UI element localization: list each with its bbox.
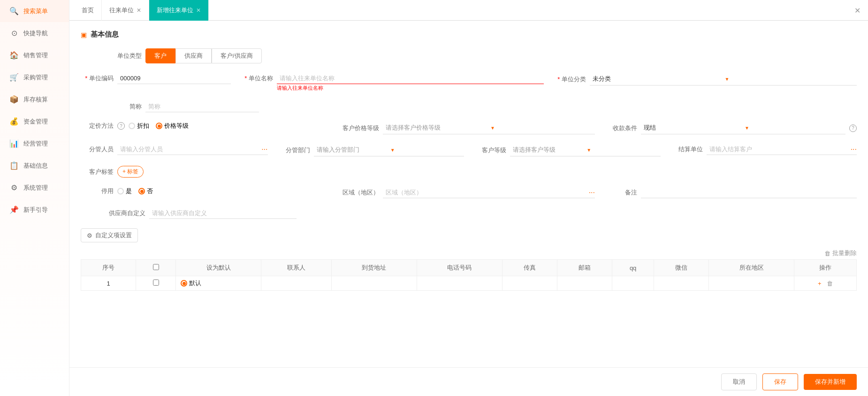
table-header-qq: qq (612, 260, 654, 276)
sidebar-item-finance[interactable]: 💰 资金管理 (0, 110, 69, 132)
pricing-radio-grade[interactable]: 价格等级 (156, 122, 189, 130)
customer-level-label: 客户等级 (473, 146, 506, 155)
supplier-custom-input[interactable] (149, 208, 297, 219)
sidebar-item-search[interactable]: 🔍 搜索菜单 (0, 0, 69, 22)
unit-name-field: 单位名称 (240, 73, 544, 84)
tab-new-partner-label: 新增往来单位 (157, 6, 193, 15)
close-all-tabs-button[interactable]: ✕ (854, 6, 860, 15)
row-checkbox[interactable] (153, 280, 159, 286)
customer-level-select[interactable]: 请选择客户等级 ▼ (510, 144, 661, 156)
table-header-contact: 联系人 (261, 260, 332, 276)
sidebar-item-basic-info[interactable]: 📋 基础信息 (0, 155, 69, 177)
custom-settings-button[interactable]: ⚙ 自定义项设置 (81, 228, 138, 242)
sidebar-item-sales-label: 销售管理 (23, 51, 48, 60)
dept-placeholder: 请输入分管部门 (317, 146, 388, 154)
add-tag-button[interactable]: + 标签 (117, 166, 144, 178)
select-all-checkbox[interactable] (153, 264, 159, 270)
default-radio[interactable]: 默认 (181, 279, 256, 287)
save-button[interactable]: 保存 (762, 373, 798, 390)
manager-input[interactable] (117, 144, 261, 155)
save-and-add-button[interactable]: 保存并新增 (804, 374, 857, 390)
payment-terms-value: 现结 (644, 124, 742, 132)
unit-type-both-button[interactable]: 客户/供应商 (212, 48, 262, 63)
sidebar-item-quicknav[interactable]: ⊙ 快捷导航 (0, 22, 69, 44)
disabled-field: 停用 是 否 (81, 187, 333, 195)
notes-input[interactable] (641, 187, 857, 198)
settle-unit-input-wrap: ··· (707, 144, 857, 155)
table-cell-qq (612, 276, 654, 291)
disabled-no-label: 否 (147, 187, 153, 195)
sidebar-item-system[interactable]: ⚙ 系统管理 (0, 177, 69, 199)
tab-home[interactable]: 首页 (74, 0, 102, 21)
disabled-yes-radio[interactable]: 是 (117, 187, 132, 195)
cancel-button[interactable]: 取消 (721, 373, 757, 390)
tab-new-partner[interactable]: 新增往来单位 ✕ (149, 0, 209, 21)
region-input[interactable] (383, 187, 589, 198)
sidebar-item-inventory[interactable]: 📦 库存核算 (0, 88, 69, 110)
unit-name-label: 单位名称 (240, 74, 273, 83)
unit-type-supplier-button[interactable]: 供应商 (175, 48, 212, 63)
sidebar-item-operations[interactable]: 📊 经营管理 (0, 132, 69, 155)
sidebar-item-basic-info-label: 基础信息 (23, 162, 48, 170)
sidebar-item-system-label: 系统管理 (23, 184, 48, 192)
unit-name-input[interactable] (277, 73, 544, 84)
table-cell-phone (417, 276, 502, 291)
table-header-region: 所在地区 (709, 260, 794, 276)
disabled-no-radio[interactable]: 否 (138, 187, 153, 195)
payment-terms-label: 收款条件 (604, 124, 637, 132)
disabled-yes-circle (117, 188, 124, 194)
unit-name-wrap: 单位名称 请输入往来单位名称 (240, 73, 544, 92)
batch-delete-button[interactable]: 🗑 批量删除 (824, 249, 857, 257)
payment-terms-select[interactable]: 现结 ▼ (641, 122, 845, 134)
purchase-icon: 🛒 (9, 73, 19, 82)
sales-icon: 🏠 (9, 51, 19, 60)
quicknav-icon: ⊙ (9, 29, 19, 38)
disabled-no-circle (138, 188, 145, 194)
main-area: 首页 往来单位 ✕ 新增往来单位 ✕ ✕ ▣ 基本信息 单位类型 客户 供应商 … (69, 0, 868, 396)
pricing-help-icon[interactable]: ? (117, 122, 125, 130)
contacts-table: 序号 设为默认 联系人 到货地址 电话号码 传真 邮箱 qq 微信 所在地区 操… (81, 259, 857, 291)
supplier-custom-row: 供应商自定义 (109, 208, 857, 219)
short-name-row: 简称 (109, 101, 857, 112)
sidebar-item-sales[interactable]: 🏠 销售管理 (0, 44, 69, 66)
customer-tag-row: 客户标签 + 标签 (81, 166, 857, 178)
settle-unit-input[interactable] (707, 144, 851, 155)
pricing-radio-discount[interactable]: 折扣 (129, 122, 149, 130)
payment-help-icon[interactable]: ? (849, 124, 857, 132)
tab-partners[interactable]: 往来单位 ✕ (102, 0, 149, 21)
sidebar-item-quicknav-label: 快捷导航 (23, 29, 48, 38)
table-header-wechat: 微信 (654, 260, 708, 276)
unit-class-select[interactable]: 未分类 ▼ (590, 73, 857, 85)
table-header-phone: 电话号码 (417, 260, 502, 276)
notes-field: 备注 (604, 187, 857, 198)
manager-dots-button[interactable]: ··· (261, 145, 267, 154)
unit-type-buttons: 客户 供应商 客户/供应商 (145, 48, 262, 63)
settle-unit-dots-button[interactable]: ··· (851, 145, 857, 154)
dept-select[interactable]: 请输入分管部门 ▼ (314, 144, 464, 156)
section-icon: ▣ (81, 31, 87, 39)
customer-price-select[interactable]: 请选择客户价格等级 ▼ (383, 122, 595, 134)
unit-type-customer-button[interactable]: 客户 (145, 48, 175, 63)
region-dots-button[interactable]: ··· (589, 188, 595, 197)
discount-radio-circle (129, 123, 135, 129)
tab-bar: 首页 往来单位 ✕ 新增往来单位 ✕ ✕ (69, 0, 868, 21)
unit-code-input[interactable] (117, 73, 231, 84)
delete-row-button[interactable]: 🗑 (827, 280, 833, 287)
settle-unit-field: 结算单位 ··· (670, 144, 857, 155)
sidebar-item-purchase[interactable]: 🛒 采购管理 (0, 66, 69, 88)
table-cell-email (557, 276, 612, 291)
add-row-button[interactable]: + (818, 280, 822, 287)
dept-field: 分管部门 请输入分管部门 ▼ (277, 144, 464, 156)
tab-new-partner-close[interactable]: ✕ (196, 7, 201, 14)
tab-partners-close[interactable]: ✕ (137, 7, 141, 14)
sidebar-item-operations-label: 经营管理 (23, 140, 48, 148)
supplier-custom-label: 供应商自定义 (109, 209, 145, 217)
table-cell-region (709, 276, 794, 291)
short-name-field: 简称 (109, 101, 259, 112)
short-name-input[interactable] (145, 101, 259, 112)
manager-label: 分管人员 (81, 145, 114, 154)
sidebar-item-guide[interactable]: 📌 新手引导 (0, 199, 69, 221)
sidebar-item-inventory-label: 库存核算 (23, 95, 48, 104)
disabled-label: 停用 (81, 187, 114, 195)
finance-icon: 💰 (9, 117, 19, 126)
